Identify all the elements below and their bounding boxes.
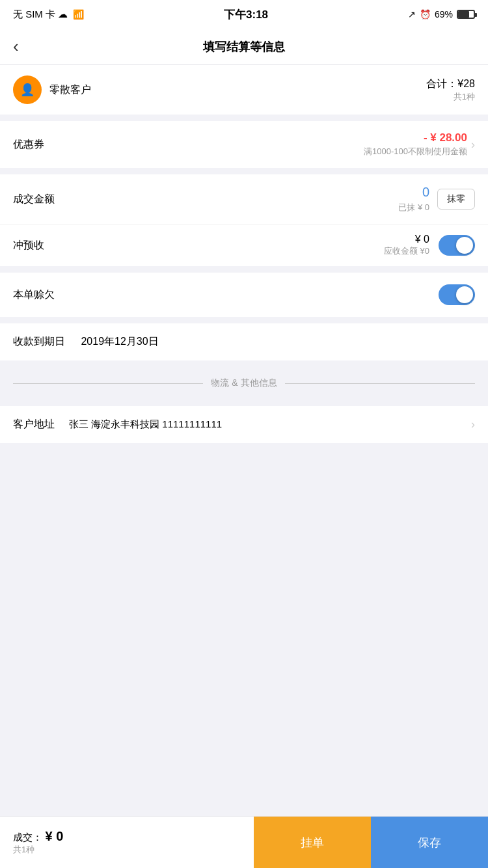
credit-toggle[interactable] xyxy=(439,284,475,305)
coupon-discount: - ¥ 28.00 xyxy=(364,131,467,144)
no-sim-label: 无 SIM 卡 ☁ xyxy=(13,8,68,21)
pre-collect-amounts: ¥ 0 应收金额 ¥0 xyxy=(384,234,429,257)
coupon-label: 优惠券 xyxy=(13,138,44,152)
total-count: 共1种 xyxy=(426,91,475,103)
back-button[interactable]: ‹ xyxy=(13,36,19,57)
pre-collect-label: 冲预收 xyxy=(13,239,44,252)
due-date-label: 收款到期日 xyxy=(13,336,65,347)
bottom-amount-label: 成交： xyxy=(13,832,42,843)
bottom-bar: 成交： ¥ 0 共1种 挂单 保存 xyxy=(0,816,488,868)
coupon-row[interactable]: 优惠券 - ¥ 28.00 满1000-100不限制使用金额 › xyxy=(0,121,488,168)
transaction-amount-input[interactable] xyxy=(265,185,429,200)
main-content: 👤 零散客户 合计：¥28 共1种 优惠券 - ¥ 28.00 满1000-10… xyxy=(0,65,488,508)
status-right: ↗ ⏰ 69% xyxy=(408,9,475,20)
battery-label: 69% xyxy=(435,9,453,20)
pre-collect-amount: ¥ 0 xyxy=(384,234,429,245)
wifi-icon: 📶 xyxy=(73,9,84,20)
transaction-amount-row: 成交金额 已抹 ¥ 0 抹零 xyxy=(0,174,488,224)
save-button[interactable]: 保存 xyxy=(371,817,488,868)
address-value: 张三 海淀永丰科技园 11111111111 xyxy=(69,418,461,431)
rounded-sub-text: 已抹 ¥ 0 xyxy=(265,202,429,213)
transaction-amount-col: 已抹 ¥ 0 xyxy=(265,185,429,213)
avatar: 👤 xyxy=(13,75,42,104)
status-left: 无 SIM 卡 ☁ 📶 xyxy=(13,8,84,21)
pre-collect-row: 冲预收 ¥ 0 应收金额 ¥0 xyxy=(0,224,488,266)
hang-order-button[interactable]: 挂单 xyxy=(254,817,371,868)
customer-info: 👤 零散客户 xyxy=(13,75,91,104)
transaction-label: 成交金额 xyxy=(13,193,65,206)
toggle-thumb xyxy=(456,237,473,254)
bottom-info: 成交： ¥ 0 共1种 xyxy=(0,829,254,856)
coupon-info: - ¥ 28.00 满1000-100不限制使用金额 xyxy=(364,131,467,157)
nav-bar: ‹ 填写结算等信息 xyxy=(0,29,488,65)
bottom-buttons: 挂单 保存 xyxy=(254,817,488,868)
credit-label: 本单赊欠 xyxy=(13,288,55,302)
address-label: 客户地址 xyxy=(13,418,59,431)
logistics-label: 物流 & 其他信息 xyxy=(211,377,277,389)
due-date-row: 收款到期日 2019年12月30日 xyxy=(0,323,488,360)
status-bar: 无 SIM 卡 ☁ 📶 下午3:18 ↗ ⏰ 69% xyxy=(0,0,488,29)
transaction-value-group: 已抹 ¥ 0 抹零 xyxy=(265,185,475,213)
customer-row: 👤 零散客户 合计：¥28 共1种 xyxy=(0,65,488,115)
pre-collect-right: ¥ 0 应收金额 ¥0 xyxy=(384,234,475,257)
credit-row: 本单赊欠 xyxy=(0,273,488,317)
bottom-transaction-row: 成交： ¥ 0 xyxy=(13,829,241,844)
coupon-desc: 满1000-100不限制使用金额 xyxy=(364,146,467,157)
bottom-count: 共1种 xyxy=(13,844,241,856)
round-zero-button[interactable]: 抹零 xyxy=(437,189,475,210)
status-time: 下午3:18 xyxy=(224,7,268,22)
customer-name: 零散客户 xyxy=(49,83,91,97)
pre-collect-receivable: 应收金额 ¥0 xyxy=(384,245,429,257)
due-date-value: 2019年12月30日 xyxy=(81,336,158,347)
chevron-right-icon: › xyxy=(471,138,475,152)
battery-icon xyxy=(457,10,475,19)
page-title: 填写结算等信息 xyxy=(203,39,285,55)
pre-collect-toggle[interactable] xyxy=(439,235,475,256)
transaction-section: 成交金额 已抹 ¥ 0 抹零 冲预收 ¥ 0 应收金额 ¥0 xyxy=(0,174,488,266)
avatar-icon: 👤 xyxy=(20,83,34,97)
bottom-amount-value: ¥ 0 xyxy=(45,829,63,843)
chevron-right-icon: › xyxy=(471,418,475,431)
total-amount: 合计：¥28 xyxy=(426,77,475,91)
location-icon: ↗ xyxy=(408,9,416,20)
alarm-icon: ⏰ xyxy=(420,9,431,20)
credit-toggle-thumb xyxy=(456,286,473,303)
logistics-divider: 物流 & 其他信息 xyxy=(13,377,475,389)
address-row[interactable]: 客户地址 张三 海淀永丰科技园 11111111111 › xyxy=(0,406,488,443)
coupon-right: - ¥ 28.00 满1000-100不限制使用金额 › xyxy=(364,131,475,157)
logistics-section: 物流 & 其他信息 xyxy=(0,367,488,400)
customer-total: 合计：¥28 共1种 xyxy=(426,77,475,103)
